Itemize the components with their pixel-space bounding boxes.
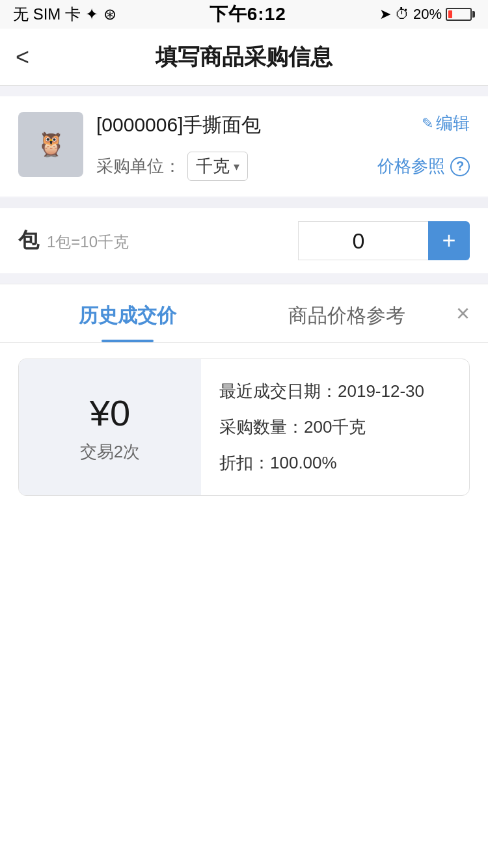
back-icon: < [16,44,29,71]
price-details: 最近成交日期：2019-12-30 采购数量：200千克 折扣：100.00% [201,359,469,495]
status-bar: 无 SIM 卡 ✦ ⊛ 下午6:12 ➤ ⏱ 20% [0,0,488,29]
price-summary: ¥0 交易2次 [19,359,201,495]
price-amount: ¥0 [90,392,130,434]
bottom-panel: 历史成交价 商品价格参考 × ¥0 交易2次 最近成交日期：2019-12-30… [0,284,488,868]
unit-value: 千克 [196,155,230,178]
battery-icon [446,8,475,21]
purchase-qty-label: 采购数量： [219,417,304,437]
product-logo: 🦉 [36,131,66,158]
quantity-label-group: 包 1包=10千克 [18,226,129,255]
price-times: 交易2次 [80,441,140,463]
product-thumbnail: 🦉 [18,112,83,177]
price-card: ¥0 交易2次 最近成交日期：2019-12-30 采购数量：200千克 折扣：… [18,359,470,496]
tab-underline [102,340,154,342]
tabs-row: 历史成交价 商品价格参考 × [0,284,488,343]
discount-row: 折扣：100.00% [219,450,451,476]
quantity-input[interactable] [298,221,428,260]
edit-label: 编辑 [436,112,470,135]
quantity-section: 包 1包=10千克 + [0,198,488,273]
tab-price-reference[interactable]: 商品价格参考 [237,284,455,342]
alarm-icon: ⏱ [395,6,409,23]
page-title: 填写商品采购信息 [156,42,332,72]
dropdown-arrow-icon: ▾ [234,159,239,174]
nav-bar: < 填写商品采购信息 [0,29,488,86]
help-icon: ? [450,157,470,176]
purchase-qty-row: 采购数量：200千克 [219,414,451,440]
discount-value: 100.00% [270,453,337,472]
edit-icon: ✎ [422,115,433,132]
unit-label: 采购单位： 千克 ▾ [96,152,248,181]
recent-date-label: 最近成交日期： [219,381,338,401]
battery-percent: 20% [413,6,442,23]
purchase-qty-value: 200千克 [304,417,366,437]
edit-button[interactable]: ✎ 编辑 [422,112,470,135]
product-card: 🦉 [0000006]手撕面包 ✎ 编辑 采购单位： 千克 ▾ 价格参照 ? [0,96,488,197]
close-button[interactable]: × [456,289,470,338]
unit-dropdown[interactable]: 千克 ▾ [187,152,248,181]
quantity-unit-label: 包 [18,226,39,255]
white-fill-area [0,511,488,868]
quantity-plus-button[interactable]: + [428,221,470,260]
product-header: [0000006]手撕面包 ✎ 编辑 [96,112,470,139]
status-time: 下午6:12 [210,2,286,27]
quantity-note: 1包=10千克 [47,232,129,252]
wifi-icon: ⊛ [103,5,116,23]
product-info: [0000006]手撕面包 ✎ 编辑 采购单位： 千克 ▾ 价格参照 ? [96,112,470,181]
unit-label-text: 采购单位： [96,155,181,178]
gray-divider [0,198,488,208]
tab-history-label: 历史成交价 [79,305,176,326]
tab-reference-label: 商品价格参考 [288,305,405,326]
back-button[interactable]: < [16,44,29,71]
status-right: ➤ ⏱ 20% [379,6,475,23]
price-ref-label: 价格参照 [377,155,445,178]
quantity-input-group: + [298,221,470,260]
recent-date-value: 2019-12-30 [338,381,424,401]
product-name: [0000006]手撕面包 [96,112,261,139]
tab-history-price[interactable]: 历史成交价 [18,284,237,342]
quantity-row: 包 1包=10千克 + [18,208,470,273]
discount-label: 折扣： [219,453,270,472]
price-reference-button[interactable]: 价格参照 ? [377,155,470,178]
recent-date-row: 最近成交日期：2019-12-30 [219,379,451,404]
location-icon: ➤ [379,6,391,23]
status-left: 无 SIM 卡 ✦ ⊛ [13,4,116,25]
product-unit-row: 采购单位： 千克 ▾ 价格参照 ? [96,152,470,181]
sim-label: 无 SIM 卡 ✦ [13,4,98,25]
